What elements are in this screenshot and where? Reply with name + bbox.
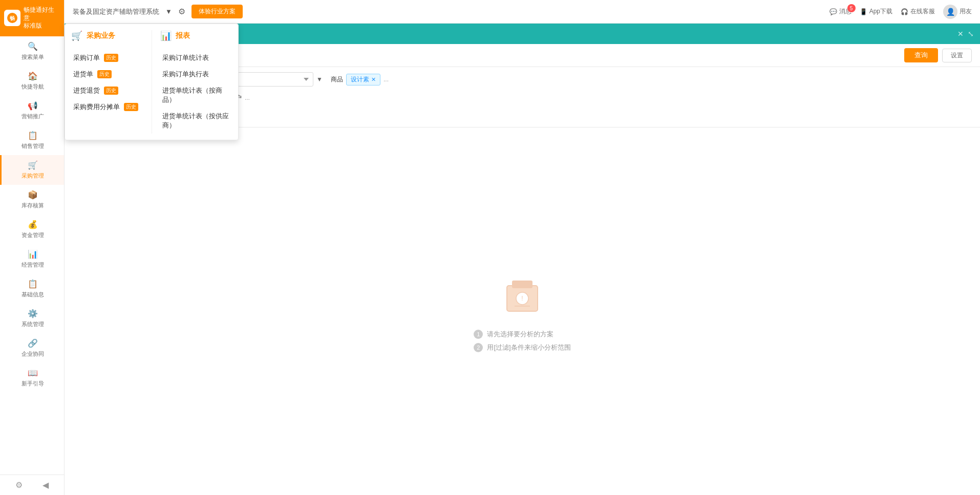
dropdown-item-stock-by-supplier[interactable]: 进货单统计表（按供应商） <box>160 108 232 134</box>
settings-btn[interactable]: 设置 <box>942 49 972 62</box>
svg-rect-3 <box>512 281 532 288</box>
empty-tips: 1 请先选择要分析的方案 2 用[过滤]条件来缩小分析范围 <box>474 330 570 352</box>
dropdown-divider <box>152 30 152 134</box>
sidebar-collapse-btn[interactable]: ◀ <box>42 480 49 490</box>
dropdown-item-stock-in[interactable]: 进货单 历史 <box>71 66 143 82</box>
main-area: 装备及固定资产辅助管理系统 ▼ ⚙ 体验行业方案 💬 消息 5 📱 App下载 … <box>65 0 980 495</box>
report-col-icon: 📊 <box>160 30 172 41</box>
sidebar-item-sales[interactable]: 📋 销售管理 <box>0 125 64 155</box>
money-icon: 💰 <box>28 220 38 229</box>
mobile-icon: 📱 <box>860 8 867 15</box>
svg-text:畅: 畅 <box>10 15 15 21</box>
sidebar-logo: 畅 畅捷通好生意 标准版 <box>0 0 64 36</box>
megaphone-icon: 📢 <box>28 101 38 111</box>
logo-text: 畅捷通好生意 标准版 <box>24 6 60 30</box>
message-badge: 5 <box>847 4 856 12</box>
dropdown-item-purchase-order[interactable]: 采购订单 历史 <box>71 50 143 66</box>
logo-icon: 畅 <box>4 10 20 26</box>
empty-tip-2: 2 用[过滤]条件来缩小分析范围 <box>474 343 570 352</box>
gear-icon: ⚙️ <box>28 309 38 318</box>
empty-state: ! 1 请先选择要分析的方案 2 用[过滤]条件来缩小分析范围 <box>65 127 980 495</box>
message-icon: 💬 <box>829 8 837 15</box>
tabbar-actions: ✕ ⤡ <box>951 24 980 44</box>
status-select[interactable] <box>237 72 313 87</box>
box-icon: 📦 <box>28 190 38 200</box>
sidebar-item-guide[interactable]: 📖 新手引导 <box>0 363 64 393</box>
report-col: 📊 报表 采购订单统计表 采购订单执行表 进货单统计表（按商品） 进货单统计表（… <box>154 30 239 134</box>
goods-tag[interactable]: 设计素 ✕ <box>346 74 380 85</box>
message-btn[interactable]: 💬 消息 5 <box>829 7 851 16</box>
topbar-settings-icon[interactable]: ⚙ <box>178 7 185 16</box>
sidebar-item-quick-nav[interactable]: 🏠 快捷导航 <box>0 66 64 96</box>
info-icon: 📋 <box>28 279 38 289</box>
sidebar-item-search[interactable]: 🔍 搜索菜单 <box>0 36 64 66</box>
app-download-btn[interactable]: 📱 App下载 <box>860 7 892 16</box>
goods-tag-close-icon[interactable]: ✕ <box>371 76 376 83</box>
dropdown-item-stock-return[interactable]: 进货退货 历史 <box>71 82 143 99</box>
purchase-col: 🛒 采购业务 采购订单 历史 进货单 历史 进货退货 历史 采购费用分摊单 <box>65 30 150 134</box>
report-col-title: 📊 报表 <box>160 30 232 45</box>
cart-icon: 🛒 <box>28 160 38 170</box>
sidebar-item-inventory[interactable]: 📦 库存核算 <box>0 185 64 214</box>
system-name: 装备及固定资产辅助管理系统 <box>73 7 159 16</box>
home-icon: 🏠 <box>28 71 38 81</box>
online-service-btn[interactable]: 🎧 在线客服 <box>901 7 935 16</box>
sales-icon: 📋 <box>28 131 38 140</box>
purchase-col-title: 🛒 采购业务 <box>71 30 143 45</box>
purchase-col-icon: 🛒 <box>71 30 82 41</box>
empty-icon: ! <box>497 270 548 321</box>
dropdown-item-order-stat[interactable]: 采购订单统计表 <box>160 50 232 66</box>
sidebar-item-operations[interactable]: 📊 经营管理 <box>0 244 64 274</box>
sidebar-item-basic-info[interactable]: 📋 基础信息 <box>0 274 64 304</box>
svg-text:!: ! <box>521 295 523 302</box>
customer-ellipsis[interactable]: ... <box>245 94 250 101</box>
industry-btn[interactable]: 体验行业方案 <box>191 5 243 18</box>
query-btn[interactable]: 查询 <box>904 48 938 62</box>
sidebar-item-finance[interactable]: 💰 资金管理 <box>0 214 64 244</box>
goods-ellipsis[interactable]: ... <box>384 76 389 83</box>
sidebar-item-purchase[interactable]: 🛒 采购管理 <box>0 155 64 185</box>
status-dropdown-icon: ▼ <box>316 76 323 83</box>
dropdown-item-order-exec[interactable]: 采购订单执行表 <box>160 66 232 82</box>
close-all-icon[interactable]: ✕ <box>957 30 964 38</box>
dropdown-arrow-icon: ▼ <box>165 8 172 15</box>
topbar-right: 💬 消息 5 📱 App下载 🎧 在线客服 👤 用友 <box>829 5 972 19</box>
history-badge-0: 历史 <box>104 54 118 62</box>
topbar: 装备及固定资产辅助管理系统 ▼ ⚙ 体验行业方案 💬 消息 5 📱 App下载 … <box>65 0 980 24</box>
search-nav-icon: 🔍 <box>28 41 38 51</box>
dropdown-item-stock-by-goods[interactable]: 进货单统计表（按商品） <box>160 82 232 108</box>
sidebar-settings-btn[interactable]: ⚙ <box>15 480 23 490</box>
purchase-dropdown-menu: 🛒 采购业务 采购订单 历史 进货单 历史 进货退货 历史 采购费用分摊单 <box>65 24 239 140</box>
user-avatar: 👤 <box>943 5 957 19</box>
system-dropdown[interactable]: ▼ <box>165 8 172 15</box>
history-badge-2: 历史 <box>104 87 118 95</box>
history-badge-3: 历史 <box>124 103 138 111</box>
expand-icon[interactable]: ⤡ <box>968 30 974 38</box>
sidebar-item-enterprise[interactable]: 🔗 企业协同 <box>0 333 64 363</box>
filter-goods: 商品 设计素 ✕ ... <box>331 74 389 85</box>
sidebar-item-marketing[interactable]: 📢 营销推广 <box>0 96 64 125</box>
link-icon: 🔗 <box>28 338 38 348</box>
dropdown-item-purchase-expense[interactable]: 采购费用分摊单 历史 <box>71 99 143 115</box>
book-icon: 📖 <box>28 368 38 378</box>
user-btn[interactable]: 👤 用友 <box>943 5 972 19</box>
sidebar-item-system[interactable]: ⚙️ 系统管理 <box>0 304 64 333</box>
history-badge-1: 历史 <box>97 70 112 78</box>
empty-tip-1: 1 请先选择要分析的方案 <box>474 330 570 339</box>
sidebar-footer: ⚙ ◀ <box>0 475 64 495</box>
chart-icon: 📊 <box>28 249 38 259</box>
sidebar: 畅 畅捷通好生意 标准版 🔍 搜索菜单 🏠 快捷导航 📢 营销推广 📋 <box>0 0 65 495</box>
toolbar-right: 查询 设置 <box>904 48 972 62</box>
sidebar-nav: 🔍 搜索菜单 🏠 快捷导航 📢 营销推广 📋 销售管理 🛒 采购管理 📦 <box>0 36 64 475</box>
headset-icon: 🎧 <box>901 8 908 15</box>
